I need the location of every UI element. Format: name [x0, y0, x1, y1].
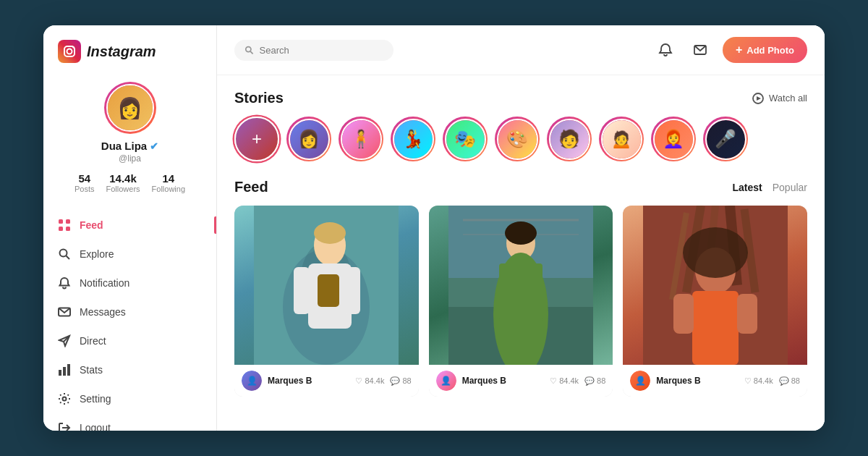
- stat-following: 14 Following: [152, 172, 185, 193]
- feed-card-2[interactable]: 👤 Marques B ♡ 84.4k 💬 88: [429, 206, 613, 397]
- feed-comments-2: 💬 88: [584, 376, 605, 386]
- sidebar-item-label-direct: Direct: [80, 335, 106, 347]
- svg-rect-15: [67, 364, 70, 376]
- stories-title: Stories: [234, 90, 284, 106]
- story-add[interactable]: +: [234, 117, 279, 161]
- profile-name: Dua Lipa ✔: [101, 140, 158, 152]
- svg-line-19: [250, 51, 253, 54]
- feed-card-footer-2: 👤 Marques B ♡ 84.4k 💬 88: [429, 365, 613, 397]
- sidebar-item-label-messages: Messages: [80, 306, 126, 318]
- story-item-4[interactable]: 🎭: [443, 117, 488, 161]
- play-circle-icon: [752, 92, 765, 105]
- instagram-logo-icon: [58, 40, 81, 63]
- svg-point-8: [60, 250, 67, 257]
- profile-handle: @lipa: [119, 153, 141, 164]
- story-item-1[interactable]: 👩: [286, 117, 331, 161]
- avatar-image: 👩: [108, 85, 153, 130]
- sidebar-item-direct[interactable]: Direct: [43, 326, 216, 355]
- stat-posts: 54 Posts: [75, 172, 95, 193]
- svg-rect-28: [294, 267, 310, 314]
- feed-likes-1: ♡ 84.4k: [355, 376, 384, 386]
- plus-icon: +: [736, 43, 742, 56]
- stats-row: 54 Posts 14.4k Followers 14 Following: [75, 172, 185, 193]
- search-input[interactable]: [260, 45, 384, 56]
- feed-avatar-1: 👤: [242, 371, 262, 391]
- add-photo-button[interactable]: + Add Photo: [723, 37, 807, 63]
- profile-section: 👩 Dua Lipa ✔ @lipa 54 Posts 14.4k Follow…: [43, 75, 216, 205]
- feed-card-footer-1: 👤 Marques B ♡ 84.4k 💬 88: [234, 365, 419, 397]
- comment-icon: 💬: [390, 376, 400, 386]
- sidebar-item-label-setting: Setting: [80, 393, 111, 405]
- svg-rect-6: [59, 227, 63, 231]
- sidebar-item-logout[interactable]: Logout: [43, 413, 216, 431]
- sidebar-item-feed[interactable]: Feed: [43, 211, 216, 240]
- topbar: + Add Photo: [217, 25, 825, 75]
- search-icon: [244, 45, 254, 55]
- feed-avatar-2: 👤: [436, 371, 456, 391]
- send-icon: [58, 334, 71, 347]
- feed-comments-1: 💬 88: [390, 376, 411, 386]
- heart-icon-2: ♡: [550, 376, 557, 386]
- story-item-2[interactable]: 🧍: [339, 117, 383, 161]
- svg-rect-31: [318, 274, 339, 307]
- feed-likes-3: ♡ 84.4k: [744, 376, 773, 386]
- svg-rect-13: [59, 370, 61, 376]
- mail-icon-btn[interactable]: [688, 38, 712, 62]
- feed-card-1[interactable]: 👤 Marques B ♡ 84.4k 💬 88: [234, 206, 419, 397]
- search-icon: [58, 248, 71, 261]
- svg-line-9: [67, 256, 70, 260]
- feed-comments-3: 💬 88: [779, 376, 800, 386]
- svg-rect-4: [59, 219, 63, 224]
- feed-card-image-3: [623, 206, 807, 365]
- sidebar-item-label-logout: Logout: [80, 422, 111, 431]
- story-item-5[interactable]: 🎨: [495, 117, 540, 161]
- feed-tabs: Latest Popular: [733, 182, 808, 193]
- feed-card-footer-3: 👤 Marques B ♡ 84.4k 💬 88: [623, 365, 807, 397]
- watch-all-button[interactable]: Watch all: [752, 92, 807, 105]
- feed-stats-2: ♡ 84.4k 💬 88: [550, 376, 605, 386]
- svg-rect-40: [499, 263, 542, 321]
- app-name: Instagram: [87, 43, 156, 60]
- sidebar-item-messages[interactable]: Messages: [43, 297, 216, 326]
- gear-icon: [58, 392, 71, 405]
- verified-icon: ✔: [150, 140, 158, 152]
- story-item-6[interactable]: 🧑: [547, 117, 592, 161]
- svg-point-16: [63, 397, 67, 401]
- sidebar-item-stats[interactable]: Stats: [43, 355, 216, 384]
- sidebar-item-setting[interactable]: Setting: [43, 384, 216, 413]
- svg-rect-49: [673, 294, 694, 334]
- search-bar[interactable]: [234, 40, 393, 61]
- feed-card-image-1: [234, 206, 419, 365]
- feed-stats-1: ♡ 84.4k 💬 88: [355, 376, 411, 386]
- svg-rect-48: [692, 291, 739, 365]
- story-item-7[interactable]: 🙍: [599, 117, 644, 161]
- svg-point-18: [246, 47, 251, 52]
- content-scroll: Stories Watch all + 👩: [217, 75, 825, 431]
- story-item-9[interactable]: 🎤: [703, 117, 748, 161]
- svg-marker-22: [757, 96, 761, 101]
- sidebar-item-label-notification: Notification: [80, 277, 129, 289]
- stat-followers: 14.4k Followers: [106, 172, 140, 193]
- svg-point-30: [314, 222, 346, 244]
- feed-likes-2: ♡ 84.4k: [550, 376, 579, 386]
- nav-menu: Feed Explore Notification: [43, 205, 216, 431]
- sidebar-item-explore[interactable]: Explore: [43, 240, 216, 269]
- svg-rect-50: [737, 294, 757, 334]
- feed-card-image-2: [429, 206, 613, 365]
- svg-rect-7: [66, 227, 70, 231]
- story-item-8[interactable]: 👩‍🦰: [651, 117, 696, 161]
- main-content: + Add Photo Stories Watch all +: [217, 25, 825, 431]
- feed-tab-popular[interactable]: Popular: [773, 182, 807, 193]
- feed-card-3[interactable]: 👤 Marques B ♡ 84.4k 💬 88: [623, 206, 807, 397]
- feed-user-3: Marques B: [656, 376, 739, 386]
- story-item-3[interactable]: 💃: [391, 117, 435, 161]
- sidebar-item-notification[interactable]: Notification: [43, 269, 216, 297]
- feed-user-2: Marques B: [462, 376, 545, 386]
- feed-tab-latest[interactable]: Latest: [733, 182, 762, 193]
- feed-avatar-3: 👤: [630, 371, 650, 391]
- feed-header: Feed Latest Popular: [234, 179, 807, 195]
- notification-icon-btn[interactable]: [653, 38, 678, 62]
- svg-rect-14: [63, 367, 66, 376]
- svg-point-38: [505, 221, 537, 245]
- sidebar-item-label-stats: Stats: [80, 364, 103, 376]
